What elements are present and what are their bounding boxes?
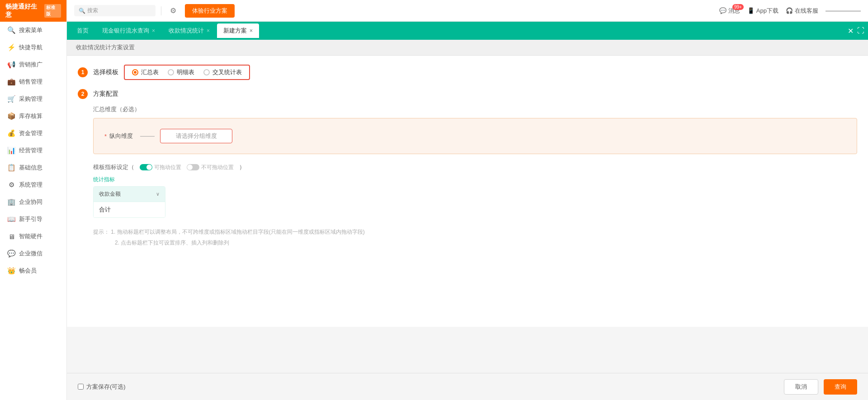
sidebar-label-1: 快捷导航 xyxy=(19,43,42,52)
save-checkbox-input[interactable] xyxy=(78,384,84,390)
draggable-switch[interactable] xyxy=(140,164,152,170)
topbar-right: 💬 消息 99+ 📱 App下载 🎧 在线客服 —————— xyxy=(719,7,861,15)
sidebar-item-14[interactable]: 👑 畅会员 xyxy=(0,262,66,279)
tab-close-3[interactable]: × xyxy=(250,28,253,34)
sidebar-item-6[interactable]: 💰 资金管理 xyxy=(0,125,66,142)
sidebar-item-1[interactable]: ⚡ 快捷导航 xyxy=(0,39,66,56)
maximize-icon[interactable]: ⛶ xyxy=(857,27,864,35)
tab-close-2[interactable]: × xyxy=(207,28,210,34)
radio-summary-circle xyxy=(132,69,138,75)
topbar: 🔍 搜索 ⚙ 体验行业方案 💬 消息 99+ 📱 App下载 🎧 在线客服 ——… xyxy=(67,0,868,22)
radio-detail[interactable]: 明细表 xyxy=(168,68,194,76)
app-version: 标准版 xyxy=(44,4,61,18)
sidebar-item-12[interactable]: 🖥 智能硬件 xyxy=(0,228,66,245)
tab-item-2[interactable]: 收款情况统计× xyxy=(162,24,216,38)
user-item[interactable]: —————— xyxy=(826,7,861,14)
step2-row: 2 方案配置 xyxy=(78,89,857,99)
sidebar-label-13: 企业微信 xyxy=(19,249,42,258)
sidebar-item-7[interactable]: 📊 经营管理 xyxy=(0,142,66,159)
indicator-section: 模板指标设定（ 可拖动位置 不可拖动位置 ） 统计指标 xyxy=(93,163,857,219)
sidebar-icon-5: 📦 xyxy=(7,112,15,120)
notification-badge: 99+ xyxy=(732,4,744,10)
user-label: —————— xyxy=(826,7,861,14)
sidebar-item-0[interactable]: 🔍 搜索菜单 xyxy=(0,22,66,39)
sidebar-label-10: 企业协同 xyxy=(19,198,42,206)
indicator-cell-total: 合计 xyxy=(94,202,165,217)
content-area: 收款情况统计方案设置 1 选择模板 汇总表 明细表 xyxy=(67,40,868,373)
trial-button[interactable]: 体验行业方案 xyxy=(185,4,235,18)
radio-cross-circle xyxy=(203,69,210,75)
indicator-header[interactable]: 收款金额 ∨ xyxy=(94,187,165,202)
sidebar-item-13[interactable]: 💬 企业微信 xyxy=(0,245,66,262)
sidebar-item-10[interactable]: 🏢 企业协同 xyxy=(0,193,66,211)
radio-summary[interactable]: 汇总表 xyxy=(132,68,159,76)
sidebar-label-9: 系统管理 xyxy=(19,181,42,189)
tab-item-0[interactable]: 首页 xyxy=(71,24,95,38)
sidebar-icon-10: 🏢 xyxy=(7,198,15,206)
sidebar-icon-4: 🛒 xyxy=(7,95,15,103)
sidebar-icon-2: 📢 xyxy=(7,61,15,69)
tab-item-3[interactable]: 新建方案× xyxy=(217,24,259,38)
sidebar-icon-12: 🖥 xyxy=(7,232,15,240)
arrow-icon: —— xyxy=(140,132,155,140)
footer-bar: 方案保存(可选) 取消 查询 xyxy=(67,373,868,400)
sidebar-icon-6: 💰 xyxy=(7,129,15,137)
step1-label: 选择模板 xyxy=(93,68,118,76)
download-icon: 📱 xyxy=(747,7,755,14)
download-item[interactable]: 📱 App下载 xyxy=(747,7,778,15)
cancel-button[interactable]: 取消 xyxy=(784,379,818,395)
indicator-label-row: 模板指标设定（ 可拖动位置 不可拖动位置 ） xyxy=(93,163,857,171)
sidebar-item-8[interactable]: 📋 基础信息 xyxy=(0,159,66,176)
main-area: 🔍 搜索 ⚙ 体验行业方案 💬 消息 99+ 📱 App下载 🎧 在线客服 ——… xyxy=(67,0,868,400)
chevron-down-icon: ∨ xyxy=(156,191,160,197)
sidebar-logo: 畅捷通好生意 标准版 xyxy=(0,0,66,22)
step1-badge: 1 xyxy=(78,67,88,77)
tab-item-1[interactable]: 现金银行流水查询× xyxy=(96,24,161,38)
tab-label-2: 收款情况统计 xyxy=(169,27,204,35)
template-radio-group: 汇总表 明细表 交叉统计表 xyxy=(124,65,250,80)
topbar-search[interactable]: 🔍 搜索 xyxy=(74,5,156,16)
tab-label-0: 首页 xyxy=(77,27,89,35)
notification-item[interactable]: 💬 消息 99+ xyxy=(719,7,740,15)
sidebar-label-14: 畅会员 xyxy=(19,267,37,275)
sidebar-item-4[interactable]: 🛒 采购管理 xyxy=(0,90,66,108)
sidebar-item-9[interactable]: ⚙ 系统管理 xyxy=(0,176,66,193)
step2-label: 方案配置 xyxy=(93,90,118,98)
sidebar-item-5[interactable]: 📦 库存核算 xyxy=(0,108,66,125)
dimension-box: * 纵向维度 —— 请选择分组维度 xyxy=(93,118,857,154)
support-item[interactable]: 🎧 在线客服 xyxy=(786,7,818,15)
tab-close-1[interactable]: × xyxy=(152,28,155,34)
sidebar: 畅捷通好生意 标准版 🔍 搜索菜单 ⚡ 快捷导航 📢 营销推广 💼 销售管理 🛒… xyxy=(0,0,67,400)
step1-row: 1 选择模板 汇总表 明细表 交叉统计表 xyxy=(78,65,857,80)
sidebar-label-6: 资金管理 xyxy=(19,129,42,137)
save-checkbox[interactable]: 方案保存(可选) xyxy=(78,383,126,391)
sidebar-item-11[interactable]: 📖 新手引导 xyxy=(0,211,66,228)
indicator-header-text: 收款金额 xyxy=(99,190,121,198)
indicator-label-text: 模板指标设定（ xyxy=(93,163,134,171)
query-button[interactable]: 查询 xyxy=(824,379,857,395)
sidebar-item-2[interactable]: 📢 营销推广 xyxy=(0,56,66,73)
sidebar-label-11: 新手引导 xyxy=(19,215,42,223)
non-draggable-switch[interactable] xyxy=(187,164,199,170)
app-name: 畅捷通好生意 xyxy=(5,3,42,19)
draggable-label: 可拖动位置 xyxy=(154,164,181,171)
topbar-divider xyxy=(161,6,161,15)
radio-cross[interactable]: 交叉统计表 xyxy=(203,68,242,76)
sidebar-label-0: 搜索菜单 xyxy=(19,26,42,34)
footer-actions: 取消 查询 xyxy=(784,379,857,395)
draggable-toggle: 可拖动位置 xyxy=(140,164,181,171)
page-header: 收款情况统计方案设置 xyxy=(67,40,868,56)
step2-section: 2 方案配置 汇总维度（必选） * 纵向维度 —— 请选择分组维度 模板指标设定… xyxy=(78,89,857,248)
support-label: 在线客服 xyxy=(795,7,818,15)
tab-label-3: 新建方案 xyxy=(223,27,247,35)
settings-icon[interactable]: ⚙ xyxy=(167,5,179,17)
non-draggable-label: 不可拖动位置 xyxy=(201,164,234,171)
step2-badge: 2 xyxy=(78,89,88,99)
sidebar-label-12: 智能硬件 xyxy=(19,232,42,240)
sidebar-icon-13: 💬 xyxy=(7,249,15,258)
sidebar-icon-7: 📊 xyxy=(7,146,15,155)
sidebar-item-3[interactable]: 💼 销售管理 xyxy=(0,73,66,90)
close-window-icon[interactable]: ✕ xyxy=(848,27,854,35)
sidebar-label-2: 营销推广 xyxy=(19,61,42,69)
dimension-select-button[interactable]: 请选择分组维度 xyxy=(160,129,232,143)
